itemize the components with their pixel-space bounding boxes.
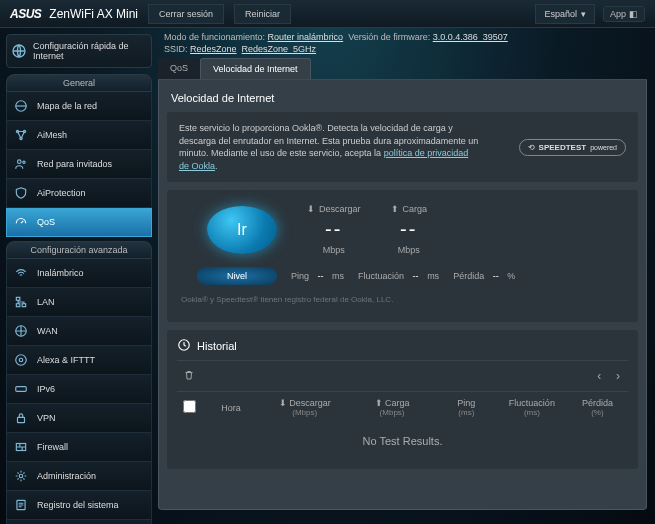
upload-value: -- <box>391 218 428 241</box>
sidebar-label: LAN <box>37 297 55 307</box>
brand: ASUS ZenWiFi AX Mini <box>10 7 138 21</box>
fw-link[interactable]: 3.0.0.4.386_39507 <box>433 32 508 42</box>
fw-label: Versión de firmware: <box>348 32 430 42</box>
language-selector[interactable]: Español ▾ <box>535 4 595 24</box>
sidebar-item-alexa[interactable]: Alexa & IFTTT <box>6 346 152 375</box>
upload-icon: ⬆ <box>391 204 399 214</box>
badge-brand: SPEEDTEST <box>539 143 587 152</box>
ssid-label: SSID: <box>164 44 188 54</box>
col-ping: Ping(ms) <box>436 398 497 417</box>
log-icon <box>13 497 29 513</box>
chevron-down-icon: ▾ <box>581 9 586 19</box>
sidebar-item-vpn[interactable]: VPN <box>6 404 152 433</box>
ssid-1[interactable]: RedesZone <box>190 44 237 54</box>
upload-metric: ⬆Carga -- Mbps <box>391 204 428 255</box>
sidebar-section-general: General <box>6 74 152 92</box>
download-icon: ⬇ <box>279 398 287 408</box>
sidebar-item-wan[interactable]: WAN <box>6 317 152 346</box>
svg-rect-13 <box>16 387 27 392</box>
history-title: Historial <box>197 340 237 352</box>
top-header: ASUS ZenWiFi AX Mini Cerrar sesión Reini… <box>0 0 655 28</box>
jitter-mini: Fluctuación -- ms <box>358 271 439 281</box>
sidebar-label: IPv6 <box>37 384 55 394</box>
history-section: Historial ‹ › Hora ⬇ Descargar(Mbps) ⬆ C… <box>167 330 638 469</box>
app-button[interactable]: App ◧ <box>603 6 645 22</box>
svg-point-11 <box>16 355 27 366</box>
sidebar-item-guest[interactable]: Red para invitados <box>6 150 152 179</box>
delete-history-button[interactable] <box>179 367 199 385</box>
level-button[interactable]: Nivel <box>197 267 277 285</box>
model-name: ZenWiFi AX Mini <box>49 7 138 21</box>
main-content: Modo de funcionamiento: Router inalámbri… <box>158 28 655 524</box>
sidebar-quick-setup[interactable]: Configuración rápida de Internet <box>6 34 152 68</box>
svg-point-16 <box>19 474 23 478</box>
svg-point-5 <box>18 160 22 164</box>
ping-mini: Ping -- ms <box>291 271 344 281</box>
sidebar-item-wireless[interactable]: Inalámbrico <box>6 259 152 288</box>
svg-rect-9 <box>16 304 20 307</box>
sidebar-item-networkmap[interactable]: Mapa de la red <box>6 92 152 121</box>
lan-icon <box>13 294 29 310</box>
sidebar-item-aiprotection[interactable]: AiProtection <box>6 179 152 208</box>
logout-button[interactable]: Cerrar sesión <box>148 4 224 24</box>
mode-label: Modo de funcionamiento: <box>164 32 265 42</box>
reboot-button[interactable]: Reiniciar <box>234 4 291 24</box>
sidebar-label: WAN <box>37 326 58 336</box>
shield-icon <box>13 185 29 201</box>
loss-mini: Pérdida -- % <box>453 271 515 281</box>
download-value: -- <box>307 218 361 241</box>
description-box: Este servicio lo proporciona Ookla®. Det… <box>167 112 638 182</box>
sidebar-label: AiProtection <box>37 188 86 198</box>
svg-rect-8 <box>22 304 26 307</box>
panel-title: Velocidad de Internet <box>167 88 638 112</box>
mode-link[interactable]: Router inalámbrico <box>268 32 344 42</box>
app-label: App <box>610 9 626 19</box>
history-next-button[interactable]: › <box>610 367 626 385</box>
col-time: Hora <box>201 403 261 413</box>
sidebar-item-admin[interactable]: Administración <box>6 462 152 491</box>
upload-unit: Mbps <box>391 245 428 255</box>
credits-text: Ookla® y Speedtest® tienen registro fede… <box>177 295 628 304</box>
download-metric: ⬇Descargar -- Mbps <box>307 204 361 255</box>
ssid-2[interactable]: RedesZone_5GHz <box>242 44 317 54</box>
svg-point-12 <box>19 358 23 362</box>
subtab-bar: QoS Velocidad de Internet <box>158 58 647 80</box>
brand-logo: ASUS <box>10 7 41 21</box>
tab-speed[interactable]: Velocidad de Internet <box>200 58 311 79</box>
sidebar-item-aimesh[interactable]: AiMesh <box>6 121 152 150</box>
sidebar-label: QoS <box>37 217 55 227</box>
col-dl: ⬇ Descargar(Mbps) <box>261 398 348 417</box>
sidebar: Configuración rápida de Internet General… <box>0 28 158 524</box>
speed-test-section: Ir ⬇Descargar -- Mbps ⬆Carga -- Mbps Niv… <box>167 190 638 322</box>
sidebar-label: Mapa de la red <box>37 101 97 111</box>
sidebar-quick-label: Configuración rápida de Internet <box>33 41 147 61</box>
speedtest-badge: ⟲ SPEEDTEST powered <box>519 139 626 156</box>
sidebar-item-qos[interactable]: QoS <box>6 208 152 237</box>
download-icon: ⬇ <box>307 204 315 214</box>
square-icon: ◧ <box>629 9 638 19</box>
firewall-icon <box>13 439 29 455</box>
sidebar-item-ipv6[interactable]: IPv6 <box>6 375 152 404</box>
badge-powered: powered <box>590 144 617 151</box>
download-unit: Mbps <box>307 245 361 255</box>
voice-icon <box>13 352 29 368</box>
go-button[interactable]: Ir <box>207 206 277 254</box>
sidebar-label: Inalámbrico <box>37 268 84 278</box>
people-icon <box>13 156 29 172</box>
language-label: Español <box>544 9 577 19</box>
globe-gear-icon <box>11 43 27 59</box>
select-all-checkbox[interactable] <box>183 400 196 413</box>
gauge-icon: ⟲ <box>528 143 535 152</box>
download-label: Descargar <box>319 204 361 214</box>
sidebar-label: Alexa & IFTTT <box>37 355 95 365</box>
col-loss: Pérdida(%) <box>567 398 628 417</box>
svg-rect-7 <box>16 297 20 300</box>
gear-icon <box>13 468 29 484</box>
sidebar-item-firewall[interactable]: Firewall <box>6 433 152 462</box>
history-prev-button[interactable]: ‹ <box>591 367 607 385</box>
sidebar-item-nettools[interactable]: Herramientas de red <box>6 520 152 524</box>
sidebar-item-syslog[interactable]: Registro del sistema <box>6 491 152 520</box>
info-bar: Modo de funcionamiento: Router inalámbri… <box>158 28 647 56</box>
sidebar-item-lan[interactable]: LAN <box>6 288 152 317</box>
tab-qos[interactable]: QoS <box>158 58 200 79</box>
